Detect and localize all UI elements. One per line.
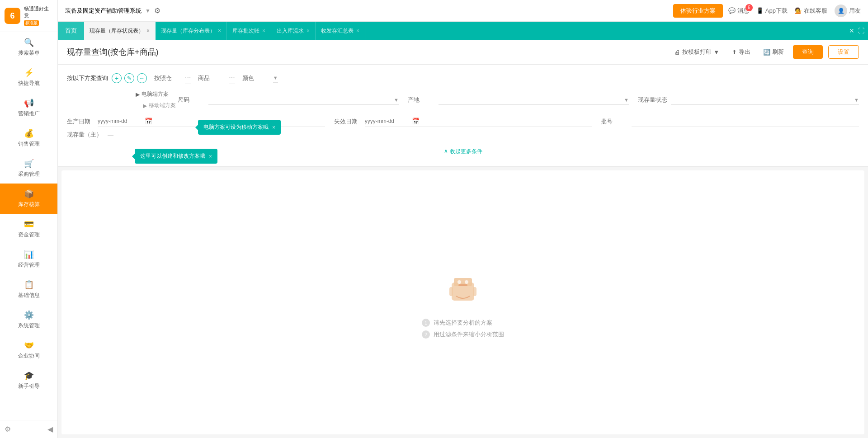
export-label: 导出 xyxy=(739,48,750,56)
system-icon: ⚙️ xyxy=(24,310,34,320)
filter-field-origin: 产地 ▼ xyxy=(408,95,629,105)
tab-close-all-icon[interactable]: ✕ xyxy=(849,27,854,34)
tab-batch-account-label: 库存批次账 xyxy=(232,27,259,35)
filter-label: 按以下方案查询 + ✎ ← xyxy=(67,73,147,83)
tab-inventory-status[interactable]: 现存量（库存状况表） × xyxy=(84,22,156,40)
guide-icon: 🎓 xyxy=(24,371,34,381)
page-content: 现存量查询(按仓库+商品) 🖨 按模板打印 ▼ ⬆ 导出 🔄 刷新 查询 设置 xyxy=(58,40,868,438)
back-scheme-btn[interactable]: ← xyxy=(137,73,147,83)
filter-field-goods: 商品 ··· xyxy=(198,72,235,84)
tab-recv-send-summary-close[interactable]: × xyxy=(356,28,359,34)
exp-date-start-input[interactable] xyxy=(365,118,410,124)
scheme-tooltip-text: 电脑方案可设为移动方案哦 xyxy=(203,123,269,131)
scheme-item-pc[interactable]: ▶ 电脑端方案 xyxy=(134,89,178,99)
filter-field-inv-status: 现存量状态 ▼ xyxy=(638,95,859,105)
sidebar-item-finance[interactable]: 💳 资金管理 xyxy=(0,214,57,244)
scheme-list: ▶ 电脑端方案 ▶ 移动端方案 xyxy=(134,89,178,110)
purchase-icon: 🛒 xyxy=(24,159,34,169)
settings-bottom-icon[interactable]: ⚙ xyxy=(5,425,11,433)
size-select[interactable]: ▼ xyxy=(208,95,399,105)
sidebar-item-system[interactable]: ⚙️ 系统管理 xyxy=(0,305,57,335)
prod-date-calendar-icon[interactable]: 📅 xyxy=(145,118,152,125)
app-download-item[interactable]: 📱 App下载 xyxy=(756,7,788,15)
collapse-sidebar-icon[interactable]: ◀ xyxy=(47,425,53,433)
color-chevron: ▼ xyxy=(273,75,278,80)
edit-tooltip-text: 这里可以创建和修改方案哦 xyxy=(140,152,205,160)
batch-input[interactable] xyxy=(632,116,859,127)
warehouse-select[interactable]: ··· xyxy=(185,72,191,84)
reset-button[interactable]: 设置 xyxy=(828,45,859,59)
refresh-label: 刷新 xyxy=(772,48,784,56)
sidebar-item-basic[interactable]: 📋 基础信息 xyxy=(0,274,57,305)
inv-status-select[interactable]: ▼ xyxy=(671,95,859,105)
tab-in-out-flow[interactable]: 出入库流水 × xyxy=(271,22,316,40)
tab-recv-send-summary[interactable]: 收发存汇总表 × xyxy=(316,22,365,40)
logo-text: 畅通通好生意 标准版 xyxy=(24,5,53,26)
edit-tooltip-close[interactable]: × xyxy=(209,153,212,160)
filter-area: 按以下方案查询 + ✎ ← 按照仓 ··· xyxy=(58,65,868,167)
exp-date-calendar-icon[interactable]: 📅 xyxy=(412,118,420,125)
refresh-btn[interactable]: 🔄 刷新 xyxy=(760,46,788,58)
online-service-item[interactable]: 💁 在线客服 xyxy=(795,7,827,15)
sidebar-menu: 🔍 搜索菜单 ⚡ 快捷导航 📢 营销推广 💰 销售管理 🛒 采购管理 📦 库存核… xyxy=(0,32,57,420)
notification-count: 6 xyxy=(745,4,753,11)
svg-point-2 xyxy=(458,280,461,284)
prod-date-start-input[interactable] xyxy=(98,118,143,124)
tab-batch-account[interactable]: 库存批次账 × xyxy=(227,22,271,40)
template-print-btn[interactable]: 🖨 按模板打印 ▼ xyxy=(671,46,723,58)
filter-field-inv-qty: 现存量（主） — xyxy=(67,131,115,139)
sidebar-item-enterprise[interactable]: 🤝 企业协同 xyxy=(0,335,57,365)
sidebar-item-search[interactable]: 🔍 搜索菜单 xyxy=(0,32,57,62)
tab-inventory-status-label: 现存量（库存状况表） xyxy=(90,27,144,35)
notification-item[interactable]: 💬 消息 6 xyxy=(728,7,749,15)
color-label: 颜色 xyxy=(242,74,269,82)
tab-actions: ✕ ⛶ xyxy=(845,22,868,40)
sidebar-item-purchase[interactable]: 🛒 采购管理 xyxy=(0,153,57,184)
scheme-item-mobile[interactable]: ▶ 移动端方案 xyxy=(141,101,178,110)
sidebar-item-inventory[interactable]: 📦 库存核算 xyxy=(0,184,57,214)
sidebar-item-operations[interactable]: 📊 经营管理 xyxy=(0,244,57,274)
topbar-system: 装备及固定资产辅助管理系统 ▼ ⚙ xyxy=(65,6,668,15)
topbar-settings-icon[interactable]: ⚙ xyxy=(154,6,160,15)
sidebar: 6 畅通通好生意 标准版 🔍 搜索菜单 ⚡ 快捷导航 📢 营销推广 💰 销售管理… xyxy=(0,0,58,438)
experience-btn[interactable]: 体验行业方案 xyxy=(673,4,723,18)
sidebar-item-search-label: 搜索菜单 xyxy=(18,49,40,57)
warehouse-label: 按照仓 xyxy=(154,74,181,82)
tab-maximize-icon[interactable]: ⛶ xyxy=(858,27,864,34)
filter-field-color: 颜色 ▼ xyxy=(242,73,278,83)
export-btn[interactable]: ⬆ 导出 xyxy=(728,46,754,58)
sidebar-item-quick-nav[interactable]: ⚡ 快捷导航 xyxy=(0,62,57,93)
topbar-right: 💬 消息 6 📱 App下载 💁 在线客服 👤 用友 xyxy=(728,5,861,17)
goods-select[interactable]: ··· xyxy=(229,72,235,84)
add-scheme-btn[interactable]: + xyxy=(112,73,122,83)
sidebar-item-sales[interactable]: 💰 销售管理 xyxy=(0,123,57,153)
exp-date-input-wrap: 📅 xyxy=(365,116,592,127)
collapse-label: 收起更多条件 xyxy=(450,148,482,155)
sidebar-item-inventory-label: 库存核算 xyxy=(18,201,40,208)
origin-select[interactable]: ▼ xyxy=(439,95,629,105)
empty-illustration xyxy=(440,264,486,310)
size-label: 尺码 xyxy=(178,96,205,104)
tab-inventory-dist[interactable]: 现存量（库存分布表） × xyxy=(156,22,227,40)
logo: 6 畅通通好生意 标准版 xyxy=(0,0,57,32)
filter-scheme-actions: + ✎ ← xyxy=(112,73,147,83)
tab-in-out-flow-close[interactable]: × xyxy=(307,28,310,34)
color-select[interactable]: ▼ xyxy=(273,73,278,83)
tab-inventory-status-close[interactable]: × xyxy=(146,28,150,34)
scheme-tooltip-close[interactable]: × xyxy=(272,124,275,131)
tab-batch-account-close[interactable]: × xyxy=(262,28,265,34)
tab-inventory-dist-close[interactable]: × xyxy=(218,28,221,34)
sidebar-bottom: ⚙ ◀ xyxy=(0,420,57,438)
tab-home[interactable]: 首页 xyxy=(58,22,84,40)
online-service-label: 在线客服 xyxy=(804,7,827,15)
system-dropdown-icon[interactable]: ▼ xyxy=(145,8,151,14)
user-item[interactable]: 👤 用友 xyxy=(835,5,861,17)
batch-label: 批号 xyxy=(601,118,628,126)
inv-qty-label: 现存量（主） xyxy=(67,131,102,139)
query-button[interactable]: 查询 xyxy=(793,45,823,59)
sidebar-item-guide[interactable]: 🎓 新手引导 xyxy=(0,365,57,396)
page-actions: 🖨 按模板打印 ▼ ⬆ 导出 🔄 刷新 查询 设置 xyxy=(671,45,859,59)
tip-item-1: 1 请先选择要分析的方案 xyxy=(422,317,504,329)
sidebar-item-marketing[interactable]: 📢 营销推广 xyxy=(0,93,57,123)
edit-scheme-btn[interactable]: ✎ xyxy=(124,73,134,83)
